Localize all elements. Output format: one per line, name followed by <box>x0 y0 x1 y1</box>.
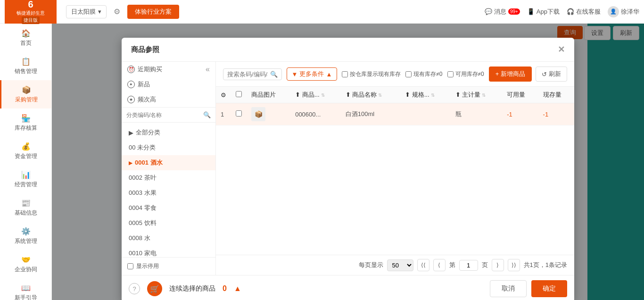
chevron-down-icon: ▾ <box>98 8 101 15</box>
left-panel: ⏰ 近期购买 « ✦ 新品 ★ 频次高 <box>122 62 216 275</box>
row-checkbox[interactable] <box>236 110 242 117</box>
sidebar: 🏠 首页 📋 销售管理 📦 采购管理 🏪 库存核算 💰 资金管理 📊 经营管理 … <box>0 24 52 300</box>
last-page-btn[interactable]: ⟩⟩ <box>508 259 520 271</box>
cell-stock: -1 <box>538 103 574 125</box>
modal-overlay: 商品参照 ✕ ⏰ 近期购买 « <box>52 24 644 300</box>
help-btn[interactable]: ? <box>129 283 140 294</box>
cat-uncategorized[interactable]: 00 未分类 <box>122 140 215 155</box>
cancel-button[interactable]: 取消 <box>490 280 527 297</box>
cat-liquor[interactable]: ▶ 0001 酒水 <box>122 155 215 170</box>
recent-purchase-item[interactable]: ⏰ 近期购买 « <box>122 62 215 77</box>
app-download-btn[interactable]: 📱 App下载 <box>527 8 560 16</box>
cell-available: -1 <box>502 103 538 125</box>
system-icon: ⚙️ <box>21 226 31 236</box>
cat-appliance[interactable]: 0010 家电 <box>122 246 215 257</box>
sidebar-item-enterprise[interactable]: 🤝 企业协同 <box>0 250 51 278</box>
next-page-btn[interactable]: ⟩ <box>492 259 504 271</box>
th-available: 可用量 <box>502 87 538 103</box>
total-info: 共1页，1条记录 <box>524 261 567 269</box>
show-disabled-checkbox[interactable] <box>127 263 133 269</box>
notification-btn[interactable]: 💬 消息 99+ <box>485 8 520 16</box>
th-stock: 现存量 <box>538 87 574 103</box>
product-search-icon[interactable]: 🔍 <box>270 71 278 78</box>
select-all-checkbox[interactable] <box>236 91 242 97</box>
checkbox-available[interactable] <box>405 71 412 77</box>
checkbox-usable-label[interactable]: 可用库存≠0 <box>447 70 484 78</box>
more-conditions-btn[interactable]: ▼ 更多条件 ▲ <box>287 67 338 81</box>
sidebar-item-inventory[interactable]: 🏪 库存核算 <box>0 108 51 137</box>
table-row[interactable]: 1 📦 000600... 白酒100ml <box>216 103 574 125</box>
sidebar-item-business[interactable]: 📊 经营管理 <box>0 165 51 193</box>
filter-actions: + 新增商品 ↺ 刷新 <box>489 67 567 82</box>
prev-page-btn[interactable]: ⟨ <box>433 259 446 271</box>
cell-image: 📦 <box>247 103 290 125</box>
product-table: ⚙ 商品图片 ⬆ 商品... ⇅ <box>216 87 574 125</box>
sidebar-item-newbie[interactable]: 📖 新手引导 <box>0 278 51 300</box>
th-code[interactable]: ⬆ 商品... ⇅ <box>290 87 341 103</box>
cat-snacks[interactable]: 0004 零食 <box>122 200 215 216</box>
checkbox-by-warehouse[interactable] <box>342 71 348 77</box>
th-spec[interactable]: ⬆ 规格... ⇅ <box>400 87 451 103</box>
basic-info-icon: 📰 <box>21 198 31 208</box>
category-search-box: 🔍 <box>122 108 215 123</box>
product-search-box: 🔍 <box>223 68 282 80</box>
th-checkbox <box>231 87 247 103</box>
sidebar-item-purchase[interactable]: 📦 采购管理 <box>0 80 51 108</box>
th-image: 商品图片 <box>247 87 290 103</box>
brand-dropdown[interactable]: 日太阳膜 ▾ <box>66 5 107 18</box>
th-unit[interactable]: ⬆ 主计量 ⇅ <box>451 87 502 103</box>
new-products-item[interactable]: ✦ 新品 <box>122 77 215 92</box>
sidebar-item-sales[interactable]: 📋 销售管理 <box>0 52 51 80</box>
modal-close-btn[interactable]: ✕ <box>558 44 565 55</box>
cat-beverage[interactable]: 0005 饮料 <box>122 216 215 231</box>
cat-tea[interactable]: 0002 茶叶 <box>122 170 215 185</box>
finance-icon: 💰 <box>21 142 31 151</box>
category-search-icon[interactable]: 🔍 <box>203 111 211 118</box>
first-page-btn[interactable]: ⟨⟨ <box>417 259 429 271</box>
modal-header: 商品参照 ✕ <box>122 38 574 62</box>
category-search-input[interactable] <box>126 112 201 118</box>
checkbox-usable[interactable] <box>447 71 454 77</box>
footer-collapse-btn[interactable]: ▲ <box>234 284 241 293</box>
cat-all[interactable]: ▶ 全部分类 <box>122 125 215 140</box>
pagination-bar: 每页显示 50 10 20 100 ⟨⟨ ⟨ 第 页 <box>216 255 574 275</box>
product-search-input[interactable] <box>227 71 268 78</box>
confirm-button[interactable]: 确定 <box>531 280 567 297</box>
content-area: 查询 设置 刷新 商品参照 ✕ <box>52 24 644 300</box>
cat-water[interactable]: 0008 水 <box>122 231 215 246</box>
add-product-btn[interactable]: + 新增商品 <box>489 67 532 82</box>
checkbox-available-label[interactable]: 现有库存≠0 <box>405 70 442 78</box>
right-panel: 🔍 ▼ 更多条件 ▲ 按仓库显示现有库存 <box>216 62 574 275</box>
sidebar-item-basic-info[interactable]: 📰 基础信息 <box>0 193 51 222</box>
panel-collapse-btn[interactable]: « <box>206 65 210 74</box>
cell-code: 000600... <box>290 103 341 125</box>
gear-icon[interactable]: ⚙ <box>114 7 120 16</box>
footer-left: ? 🛒 连续选择的商品 0 ▲ <box>129 281 241 296</box>
sidebar-item-system[interactable]: ⚙️ 系统管理 <box>0 222 51 250</box>
cart-btn[interactable]: 🛒 <box>147 281 162 296</box>
page-number-input[interactable] <box>459 260 478 271</box>
checkbox-by-warehouse-label[interactable]: 按仓库显示现有库存 <box>342 70 401 78</box>
online-service-btn[interactable]: 🎧 在线客服 <box>567 8 601 16</box>
footer-right: 取消 确定 <box>490 280 567 297</box>
th-name[interactable]: ⬆ 商品名称 ⇅ <box>341 87 400 103</box>
cat-fruit[interactable]: 0003 水果 <box>122 185 215 200</box>
cell-checkbox <box>231 103 247 125</box>
show-disabled-row: 显示停用 <box>122 257 215 275</box>
bell-icon: 💬 <box>485 8 492 15</box>
sales-icon: 📋 <box>21 57 31 66</box>
th-settings[interactable]: ⚙ <box>216 87 231 103</box>
filter-icon: ▼ <box>292 71 298 78</box>
sidebar-item-finance[interactable]: 💰 资金管理 <box>0 137 51 165</box>
cat-expand-icon: ▶ <box>129 129 133 136</box>
frequent-item[interactable]: ★ 频次高 <box>122 92 215 107</box>
trial-button[interactable]: 体验行业方案 <box>127 5 179 19</box>
purchase-icon: 📦 <box>22 85 31 94</box>
sidebar-item-home[interactable]: 🏠 首页 <box>0 24 51 52</box>
page-size-select[interactable]: 50 10 20 100 <box>387 259 413 271</box>
cell-spec <box>400 103 451 125</box>
home-icon: 🏠 <box>21 28 31 38</box>
user-profile-btn[interactable]: 👤 徐泽华 <box>608 6 639 17</box>
refresh-btn[interactable]: ↺ 刷新 <box>536 67 567 82</box>
logo: 6 畅捷通好生意 捷目版 <box>5 0 57 24</box>
